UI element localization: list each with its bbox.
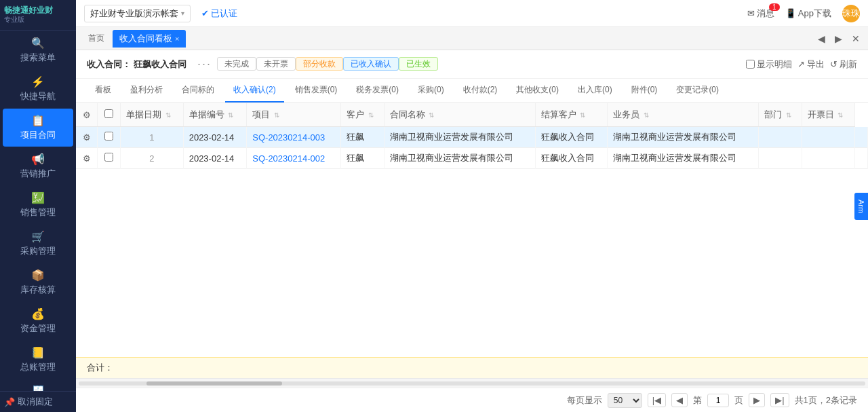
row-checkbox-0[interactable] xyxy=(98,127,121,148)
row-department-0 xyxy=(802,127,854,148)
sidebar-icon-2: 📋 xyxy=(31,114,45,127)
date-col-header: 单据日期 ⇅ xyxy=(121,103,184,127)
first-page-button[interactable]: |◀ xyxy=(648,393,666,407)
show-detail-checkbox[interactable]: 显示明细 xyxy=(746,58,792,71)
table-row: ⚙ 2 2023-02-14 SQ-20230214-002 狂飙 湖南卫视商业… xyxy=(76,148,868,169)
row-number-0[interactable]: SQ-20230214-003 xyxy=(247,127,341,148)
sidebar-item-库存核算[interactable]: 📦库存核算 xyxy=(3,263,73,301)
sidebar-icon-8: 📒 xyxy=(31,346,45,359)
app-download-button[interactable]: 📱 App下载 xyxy=(785,7,831,20)
scrollbar-track xyxy=(79,381,865,386)
pagination: 每页显示 50 100 200 |◀ ◀ 第 页 ▶ ▶| 共1页，2条记录 xyxy=(76,388,868,412)
status-buttons: 未完成未开票部分收款已收入确认已生效 xyxy=(217,58,438,70)
row-number-link-1[interactable]: SQ-20230214-002 xyxy=(252,153,325,164)
page-title: 收入合同： 狂飙收入合同 xyxy=(87,58,186,71)
table-header-row: ⚙ 单据日期 ⇅ 单据编号 ⇅ 项目 ⇅ 客户 ⇅ 合同名称 ⇅ 结算客户 ⇅ … xyxy=(76,103,868,127)
status-btn-已生效[interactable]: 已生效 xyxy=(399,57,438,71)
horizontal-scrollbar[interactable] xyxy=(76,378,868,388)
scrollbar-thumb[interactable] xyxy=(146,381,282,386)
status-btn-部分收款[interactable]: 部分收款 xyxy=(296,57,343,71)
tab-next-button[interactable]: ▶ xyxy=(832,32,845,45)
sidebar-item-销售管理[interactable]: 💹销售管理 xyxy=(3,186,73,224)
company-selector[interactable]: 好业财专业版演示帐套 ▾ xyxy=(84,5,191,22)
prev-page-button[interactable]: ◀ xyxy=(671,393,688,407)
detail-checkbox[interactable] xyxy=(746,60,755,69)
more-button[interactable]: ··· xyxy=(197,57,212,71)
row-number-1[interactable]: SQ-20230214-002 xyxy=(247,148,341,169)
nav-tabs: 看板盈利分析合同标的收入确认(2)销售发票(0)税务发票(0)采购(0)收付款(… xyxy=(76,79,868,103)
row-salesperson-0 xyxy=(759,127,802,148)
float-right-button[interactable]: Arm xyxy=(854,192,868,219)
row-check-1[interactable] xyxy=(104,153,113,162)
refresh-icon: ↺ xyxy=(830,59,837,69)
topbar-right: ✉ 1 消息 📱 App下载 珠珠 xyxy=(747,5,860,22)
select-all-checkbox[interactable] xyxy=(104,109,113,118)
nav-tab-看板[interactable]: 看板 xyxy=(87,79,119,102)
sidebar-nav: 🔍搜索菜单⚡快捷导航📋项目合同📢营销推广💹销售管理🛒采购管理📦库存核算💰资金管理… xyxy=(0,31,76,391)
tab-close-all-button[interactable]: ✕ xyxy=(849,32,863,45)
sidebar-icon-7: 💰 xyxy=(31,307,45,320)
mobile-icon: 📱 xyxy=(785,8,796,18)
active-tab[interactable]: 收入合同看板 × xyxy=(113,30,186,48)
sidebar-item-快捷导航[interactable]: ⚡快捷导航 xyxy=(3,70,73,108)
nav-tab-采购0[interactable]: 采购(0) xyxy=(410,79,452,102)
nav-tab-附件0[interactable]: 附件(0) xyxy=(623,79,666,102)
row-contract-0: 狂飙收入合同 xyxy=(535,127,607,148)
nav-tab-出入库0[interactable]: 出入库(0) xyxy=(570,79,620,102)
row-num-1: 2 xyxy=(121,148,184,169)
home-tab[interactable]: 首页 xyxy=(81,30,111,47)
refresh-button[interactable]: ↺ 刷新 xyxy=(830,58,857,71)
nav-tab-其他收支0[interactable]: 其他收支(0) xyxy=(508,79,567,102)
table-wrapper[interactable]: ⚙ 单据日期 ⇅ 单据编号 ⇅ 项目 ⇅ 客户 ⇅ 合同名称 ⇅ 结算客户 ⇅ … xyxy=(76,103,868,357)
row-check-0[interactable] xyxy=(104,132,113,141)
row-customer-0: 湖南卫视商业运营发展有限公司 xyxy=(384,127,535,148)
user-avatar[interactable]: 珠珠 xyxy=(842,5,860,22)
settings-col-header[interactable]: ⚙ xyxy=(76,103,98,127)
sidebar-item-项目合同[interactable]: 📋项目合同 xyxy=(3,109,73,147)
sidebar-item-总账管理[interactable]: 📒总账管理 xyxy=(3,341,73,379)
sidebar-item-采购管理[interactable]: 🛒采购管理 xyxy=(3,225,73,263)
tab-label: 收入合同看板 xyxy=(119,33,172,45)
status-btn-未开票[interactable]: 未开票 xyxy=(256,57,296,71)
tabbar: 首页 收入合同看板 × ◀ ▶ ✕ xyxy=(76,27,868,50)
row-checkbox-1[interactable] xyxy=(98,148,121,169)
sidebar-bottom[interactable]: 📌 取消固定 xyxy=(0,391,76,412)
last-page-button[interactable]: ▶| xyxy=(770,393,789,407)
page-header: 收入合同： 狂飙收入合同 ··· 未完成未开票部分收款已收入确认已生效 显示明细… xyxy=(76,50,868,79)
export-button[interactable]: ↗ 导出 xyxy=(797,58,825,71)
sidebar-item-搜索菜单[interactable]: 🔍搜索菜单 xyxy=(3,31,73,69)
sidebar-item-营销推广[interactable]: 📢营销推广 xyxy=(3,147,73,185)
nav-tab-销售发票0[interactable]: 销售发票(0) xyxy=(287,79,346,102)
message-button[interactable]: ✉ 1 消息 xyxy=(747,7,774,20)
row-number-link-0[interactable]: SQ-20230214-003 xyxy=(252,132,325,143)
sidebar-icon-5: 🛒 xyxy=(31,230,45,243)
nav-tab-盈利分析[interactable]: 盈利分析 xyxy=(122,79,171,102)
next-page-button[interactable]: ▶ xyxy=(749,393,765,407)
topbar: 好业财专业版演示帐套 ▾ ✔ 已认证 ✉ 1 消息 📱 App下载 珠珠 xyxy=(76,0,868,27)
tab-close-button[interactable]: × xyxy=(175,35,179,43)
pagination-info: 共1页，2条记录 xyxy=(795,394,857,407)
tab-prev-button[interactable]: ◀ xyxy=(815,32,828,45)
row-gear-0[interactable]: ⚙ xyxy=(76,127,98,148)
status-btn-已收入确认[interactable]: 已收入确认 xyxy=(343,57,399,71)
status-btn-未完成[interactable]: 未完成 xyxy=(217,57,256,71)
export-icon: ↗ xyxy=(797,59,805,69)
sidebar-item-发票管理[interactable]: 🧾发票管理 xyxy=(3,379,73,391)
nav-tab-税务发票0[interactable]: 税务发票(0) xyxy=(348,79,407,102)
checkbox-col-header[interactable] xyxy=(98,103,121,127)
per-page-select[interactable]: 50 100 200 xyxy=(608,393,642,408)
number-col-header: 单据编号 ⇅ xyxy=(183,103,247,127)
per-page-label: 每页显示 xyxy=(567,394,602,407)
nav-tab-变更记录0[interactable]: 变更记录(0) xyxy=(668,79,727,102)
settlement-col-header: 结算客户 ⇅ xyxy=(535,103,607,127)
main-table: ⚙ 单据日期 ⇅ 单据编号 ⇅ 项目 ⇅ 客户 ⇅ 合同名称 ⇅ 结算客户 ⇅ … xyxy=(76,103,868,169)
nav-tab-收付款2[interactable]: 收付款(2) xyxy=(455,79,506,102)
sidebar-icon-4: 💹 xyxy=(31,191,45,204)
sidebar-item-资金管理[interactable]: 💰资金管理 xyxy=(3,302,73,340)
sidebar-icon-0: 🔍 xyxy=(31,37,45,50)
row-gear-1[interactable]: ⚙ xyxy=(76,148,98,169)
check-icon: ✔ xyxy=(201,8,209,18)
page-input[interactable] xyxy=(707,394,729,407)
nav-tab-合同标的[interactable]: 合同标的 xyxy=(174,79,222,102)
nav-tab-收入确认2[interactable]: 收入确认(2) xyxy=(225,79,284,102)
